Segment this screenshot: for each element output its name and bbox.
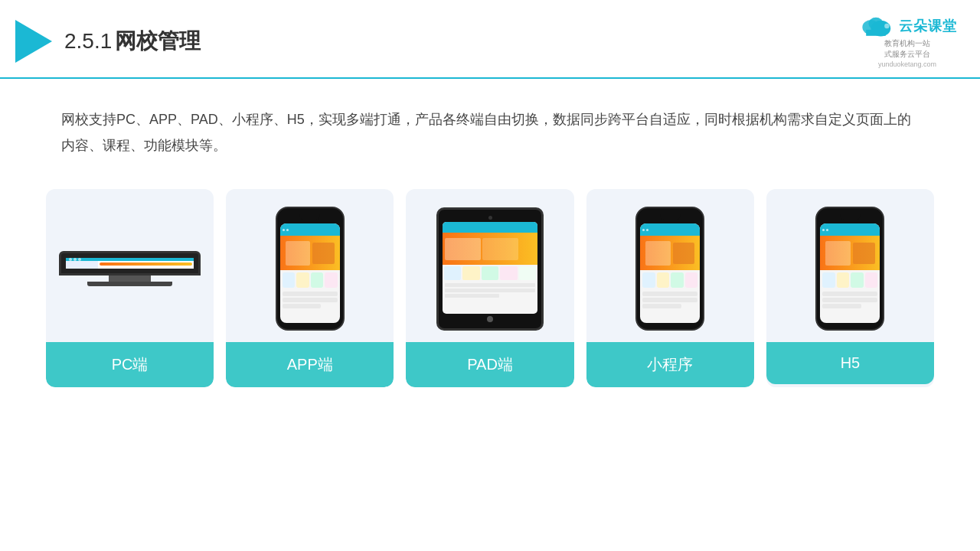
pc-main xyxy=(98,261,194,269)
svg-rect-3 xyxy=(866,30,886,36)
phone-icon xyxy=(851,272,864,288)
phone-banner-right xyxy=(853,243,875,264)
phone-icon xyxy=(837,272,850,288)
cloud-icon xyxy=(858,14,894,38)
phone-content-row xyxy=(283,304,321,308)
phone-nav-h5 xyxy=(820,223,880,236)
phone-outer-mini xyxy=(635,207,704,331)
pad-content xyxy=(443,282,537,299)
pad-banner-block xyxy=(482,238,518,260)
pad-icon xyxy=(482,266,498,280)
miniprogram-label: 小程序 xyxy=(586,342,754,387)
brand-logo: 云朵课堂 教育机构一站 式服务云平台 yunduoketang.com xyxy=(858,14,957,68)
phone-nav-mini xyxy=(640,223,700,236)
phone-icon xyxy=(325,272,338,288)
phone-icon xyxy=(865,272,878,288)
device-cards-container: PC端 xyxy=(0,174,980,410)
pc-body xyxy=(66,261,194,269)
phone-nav-dot xyxy=(283,229,285,231)
device-card-pc: PC端 xyxy=(46,189,214,387)
brand-url: yunduoketang.com xyxy=(878,60,936,68)
pad-label: PAD端 xyxy=(406,342,573,387)
phone-screen-app xyxy=(280,223,340,323)
phone-content-rows-h5 xyxy=(820,290,880,310)
phone-banner-right xyxy=(673,243,695,264)
pad-camera xyxy=(488,216,492,220)
phone-content-row xyxy=(283,292,338,296)
phone-screen-mini xyxy=(640,223,700,323)
phone-screen-h5 xyxy=(820,223,880,323)
pc-mockup xyxy=(59,251,201,286)
pc-banner xyxy=(100,262,193,266)
description-text: 网校支持PC、APP、PAD、小程序、H5，实现多端打通，产品各终端自由切换，数… xyxy=(0,79,980,174)
device-card-h5: H5 xyxy=(766,189,934,387)
pad-icon xyxy=(500,266,517,280)
phone-banner-right xyxy=(312,243,335,264)
h5-label: H5 xyxy=(766,342,934,384)
pc-base xyxy=(87,282,172,286)
phone-icon xyxy=(642,272,655,288)
phone-banner-app xyxy=(280,236,340,271)
phone-content-rows xyxy=(280,290,340,310)
pad-preview xyxy=(406,189,573,342)
app-preview xyxy=(226,189,394,342)
phone-icon xyxy=(283,272,296,288)
pad-outer xyxy=(436,207,544,331)
pc-sidebar xyxy=(66,261,98,269)
phone-mockup-app xyxy=(276,207,345,331)
phone-icon xyxy=(685,272,698,288)
phone-nav-dot xyxy=(822,229,825,231)
phone-content-row xyxy=(822,304,861,308)
logo-triangle-icon xyxy=(15,20,52,63)
pc-screen xyxy=(59,251,201,276)
pc-preview xyxy=(46,189,214,342)
phone-icons-row-h5 xyxy=(820,270,880,290)
app-label: APP端 xyxy=(226,342,394,387)
brand-cloud: 云朵课堂 xyxy=(858,14,957,38)
pad-icon-row xyxy=(443,265,537,282)
brand-tagline: 教育机构一站 式服务云平台 xyxy=(884,38,930,60)
phone-content-row xyxy=(642,292,697,296)
phone-mockup-mini xyxy=(635,207,704,331)
phone-banner-left xyxy=(825,241,850,266)
phone-content-row xyxy=(822,292,877,296)
phone-icon xyxy=(311,272,324,288)
phone-icon xyxy=(657,272,670,288)
pad-icon xyxy=(519,266,536,280)
phone-banner-left xyxy=(286,241,310,266)
pad-banner xyxy=(443,233,537,265)
device-card-app: APP端 xyxy=(226,189,394,387)
phone-nav-dot xyxy=(646,229,648,231)
phone-icon xyxy=(671,272,684,288)
pad-home-button xyxy=(487,316,493,322)
pad-icon xyxy=(444,266,461,280)
phone-nav-app xyxy=(280,223,340,236)
pad-nav xyxy=(443,222,537,233)
phone-banner-h5 xyxy=(820,236,880,271)
phone-content-rows-mini xyxy=(640,290,700,310)
phone-icon xyxy=(822,272,835,288)
phone-banner-left xyxy=(645,241,670,266)
phone-nav-dot xyxy=(642,229,645,231)
phone-icon xyxy=(296,272,309,288)
pad-content-row xyxy=(445,283,535,287)
phone-mockup-h5 xyxy=(815,207,884,331)
header: 2.5.1网校管理 云朵课堂 教育机构一站 式服务云平台 yunduoketan… xyxy=(0,0,980,79)
phone-outer-h5 xyxy=(815,207,884,331)
phone-icons-row-mini xyxy=(640,270,700,290)
pad-content-row xyxy=(445,294,499,298)
svg-point-2 xyxy=(868,18,883,30)
device-card-miniprogram: 小程序 xyxy=(586,189,754,387)
brand-name: 云朵课堂 xyxy=(899,17,957,35)
device-card-pad: PAD端 xyxy=(406,189,573,387)
phone-nav-dot xyxy=(826,229,828,231)
page-title: 2.5.1网校管理 xyxy=(64,27,201,56)
phone-banner-mini xyxy=(640,236,700,271)
phone-content-row xyxy=(642,298,697,302)
header-left: 2.5.1网校管理 xyxy=(15,20,201,63)
phone-content-row xyxy=(642,304,681,308)
phone-notch-app xyxy=(299,214,320,220)
phone-notch-mini xyxy=(660,214,681,220)
pad-icon xyxy=(462,266,479,280)
pad-content-row xyxy=(445,289,535,292)
